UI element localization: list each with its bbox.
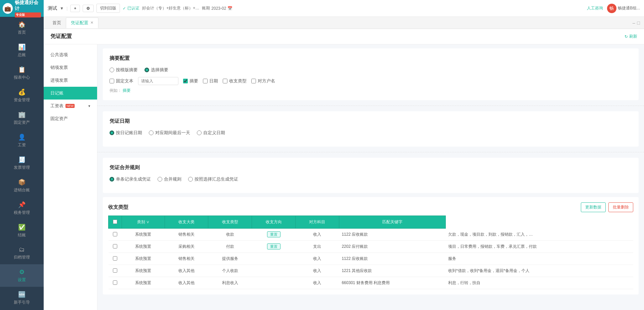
fixed-text-label[interactable]: 固定文本 [110, 78, 133, 84]
user-menu[interactable]: 畅 畅捷通B组... [607, 4, 640, 13]
reset-tag-2[interactable]: 重置 [267, 243, 281, 249]
reset-tag-1[interactable]: 重置 [267, 231, 281, 237]
date-radio-diary[interactable]: 按日记账日期 [110, 130, 142, 136]
merge-radio-rules[interactable]: 合并规则 [158, 176, 181, 182]
page-title: 凭证配置 [50, 33, 72, 40]
voucher-date-radio-group: 按日记账日期 对应期间最后一天 自定义日期 [110, 130, 632, 136]
table-actions: 更新数据 批量删除 [581, 202, 633, 212]
tab-home[interactable]: 首页 [48, 18, 66, 28]
refresh-btn[interactable]: ↻ 刷新 [625, 34, 637, 39]
row-checkbox-4[interactable] [113, 268, 117, 273]
sidebar-item-salary[interactable]: 👤 工资 [0, 129, 44, 152]
summary-check-summary[interactable]: 摘要 [183, 78, 198, 84]
calendar-icon[interactable]: 📅 [227, 6, 232, 11]
table-row: 系统预置 采购相关 付款 重置 支出 2202 应付账款 项目，日常费用，报销款… [109, 241, 634, 253]
keywords-cell: 项目，日常费用，报销款，车费，承兑汇票，付款 [445, 241, 633, 253]
left-nav-fixed-assets[interactable]: 固定资产 [44, 112, 97, 125]
purchase-icon: 📦 [18, 179, 26, 186]
keywords-cell: 欠款，现金，项目款，到款，报销款，汇入，… [445, 229, 633, 241]
merge-radio-single[interactable]: 单条记录生成凭证 [110, 176, 151, 182]
sidebar-item-close[interactable]: ✅ 结账 [0, 220, 44, 242]
fixed-text-input[interactable] [138, 77, 178, 85]
left-nav: 公共选项 销项发票 进项发票 日记账 工资表 NEW ▾ 固定资产 [44, 44, 97, 310]
tab-minimize-btn[interactable]: – [633, 20, 635, 26]
sidebar-item-guide[interactable]: 🆕 新手引导 [0, 287, 44, 309]
sidebar-item-ledger[interactable]: 📊 总账 [0, 39, 44, 62]
col-type: 收支类型 [208, 216, 252, 229]
select-all-checkbox[interactable] [113, 220, 117, 224]
fixed-assets-icon: 🏢 [18, 111, 26, 118]
sidebar-item-home[interactable]: 🏠 首页 [0, 17, 44, 39]
left-nav-payroll[interactable]: 工资表 NEW ▾ [44, 100, 97, 112]
sidebar-item-settings[interactable]: ⚙ 设置 [0, 264, 44, 287]
topbar-company: 测试 [48, 5, 57, 11]
topbar-dropdown[interactable]: ▼ [60, 6, 64, 11]
sidebar-item-invoice[interactable]: 🧾 发票管理 [0, 152, 44, 175]
topbar-settings-btn[interactable]: ⚙ [83, 5, 94, 12]
row-checkbox-2[interactable] [113, 244, 117, 248]
salary-icon: 👤 [18, 133, 26, 141]
row-checkbox-3[interactable] [113, 256, 117, 261]
update-data-btn[interactable]: 更新数据 [581, 202, 606, 212]
funds-icon: 💰 [18, 88, 26, 96]
sidebar-item-funds[interactable]: 💰 资金管理 [0, 84, 44, 107]
tab-voucher-config[interactable]: 凭证配置 ✕ [66, 17, 98, 28]
user-name: 畅捷通B组... [618, 5, 640, 11]
left-nav-purchase-invoice[interactable]: 进项发票 [44, 74, 97, 87]
summary-radio-select[interactable]: 选择摘要 [144, 67, 168, 73]
main-area: 测试 ▼ | + ⚙ 切到旧版 ✓ 已认证 好会计（专）+好生意（标）+… 账期… [44, 0, 644, 310]
period-label: 账期 2023-02 📅 [202, 5, 232, 11]
app-logo: 💼 畅捷通好会计 专业版 [0, 0, 44, 17]
table-row: 系统预置 收入其他 利息收入 收入 660301 财务费用 利息费用 利息，行转… [109, 277, 634, 289]
tab-close-btn[interactable]: ✕ [90, 21, 93, 25]
close-period-icon: ✅ [18, 224, 26, 231]
verified-icon: ✓ [123, 6, 126, 11]
col-major: 收支大类 [165, 216, 208, 229]
left-nav-public[interactable]: 公共选项 [44, 48, 97, 61]
summary-radio-group: 按模版摘要 选择摘要 [110, 67, 632, 73]
guide-icon: 🆕 [18, 291, 26, 298]
new-badge: NEW [66, 104, 75, 108]
voucher-date-title: 凭证日期 [110, 118, 632, 124]
table-header-row: 收支类型 更新数据 批量删除 [108, 202, 633, 212]
reports-icon: 📋 [18, 66, 26, 73]
topbar: 测试 ▼ | + ⚙ 切到旧版 ✓ 已认证 好会计（专）+好生意（标）+… 账期… [44, 0, 644, 17]
col-keywords: 匹配关键字 [339, 216, 445, 229]
product-tags: 好会计（专）+好生意（标）+… [142, 5, 199, 11]
row-checkbox-1[interactable] [113, 232, 117, 236]
merge-rules-section: 凭证合并规则 单条记录生成凭证 合并规则 按照选择汇总生成凭证 [103, 158, 639, 193]
row-checkbox-5[interactable] [113, 280, 117, 285]
sidebar: 💼 畅捷通好会计 专业版 🏠 首页 📊 总账 📋 报表中心 💰 资金管理 🏢 固… [0, 0, 44, 310]
left-nav-diary[interactable]: 日记账 [44, 87, 97, 100]
summary-checkbox-row: 固定文本 摘要 日期 收支类型 [110, 77, 632, 85]
sidebar-item-fixed-assets[interactable]: 🏢 固定资产 [0, 107, 44, 129]
summary-check-counterpart[interactable]: 对方户名 [251, 78, 275, 84]
consult-link[interactable]: 人工咨询 [587, 5, 603, 11]
sidebar-item-archive[interactable]: 🗂 归档管理 [0, 242, 44, 264]
expand-icon[interactable]: ▾ [88, 104, 90, 108]
table-body: 系统预置 销售相关 收款 重置 收入 1122 应收账款 欠款，现金，项目款，到… [109, 229, 634, 289]
page-header: 凭证配置 ↻ 刷新 [44, 29, 644, 44]
sidebar-item-reports[interactable]: 📋 报表中心 [0, 62, 44, 84]
date-radio-period-last[interactable]: 对应期间最后一天 [149, 130, 190, 136]
batch-delete-btn[interactable]: 批量删除 [608, 202, 633, 212]
col-checkbox [109, 216, 122, 229]
voucher-date-section: 凭证日期 按日记账日期 对应期间最后一天 自定义日期 [103, 111, 639, 147]
sidebar-item-tax[interactable]: 📌 税务管理 [0, 197, 44, 220]
archive-icon: 🗂 [19, 246, 25, 253]
left-nav-sales-invoice[interactable]: 销项发票 [44, 61, 97, 74]
topbar-switch-btn[interactable]: 切到旧版 [96, 4, 120, 13]
summary-check-date[interactable]: 日期 [203, 78, 218, 84]
summary-section-title: 摘要配置 [110, 55, 632, 62]
topbar-add-btn[interactable]: + [70, 5, 80, 12]
topbar-right: 人工咨询 畅 畅捷通B组... [587, 4, 640, 13]
col-category: 类别 ∨ [122, 216, 165, 229]
sidebar-item-purchase[interactable]: 📦 进销台账 [0, 175, 44, 197]
summary-config-section: 摘要配置 按模版摘要 选择摘要 固定文本 [103, 48, 639, 100]
summary-radio-template[interactable]: 按模版摘要 [110, 67, 138, 73]
table-row: 系统预置 销售相关 提供服务 收入 1122 应收账款 服务 [109, 253, 634, 265]
summary-check-type[interactable]: 收支类型 [223, 78, 247, 84]
date-radio-custom[interactable]: 自定义日期 [197, 130, 225, 136]
tab-maximize-btn[interactable]: □ [637, 20, 640, 26]
merge-radio-summary[interactable]: 按照选择汇总生成凭证 [188, 176, 238, 182]
